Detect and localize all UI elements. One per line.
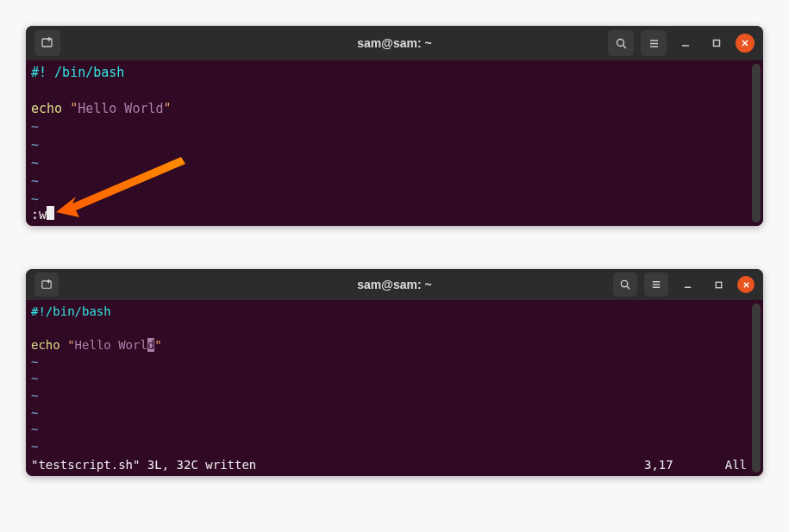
vim-tilde: ~ xyxy=(31,354,747,372)
titlebar: sam@sam: ~ xyxy=(26,26,763,60)
svg-line-4 xyxy=(623,45,626,48)
code-line-empty xyxy=(31,321,747,338)
svg-rect-0 xyxy=(42,39,52,47)
minimize-button[interactable] xyxy=(673,31,698,55)
terminal-window-1: sam@sam: ~ #! /bin/bash echo "Hello Worl… xyxy=(26,26,763,226)
status-file: "testscript.sh" 3L, 32C written xyxy=(31,457,256,474)
vim-status-line: "testscript.sh" 3L, 32C written 3,17 All xyxy=(31,457,747,474)
vim-tilde: ~ xyxy=(31,422,747,439)
new-tab-button[interactable] xyxy=(34,272,59,297)
vim-tilde: ~ xyxy=(31,118,747,136)
maximize-button[interactable] xyxy=(704,31,729,55)
code-line-shebang: #! /bin/bash xyxy=(31,64,747,82)
new-tab-button[interactable] xyxy=(34,30,60,56)
svg-rect-13 xyxy=(41,280,50,287)
svg-rect-22 xyxy=(716,282,721,287)
maximize-button[interactable] xyxy=(706,272,730,297)
svg-rect-9 xyxy=(714,41,720,47)
vim-tilde: ~ xyxy=(31,172,747,191)
vim-tilde: ~ xyxy=(31,371,747,388)
status-position: 3,17 xyxy=(644,457,673,474)
vim-tilde: ~ xyxy=(31,388,747,405)
terminal-body[interactable]: #!/bin/bash echo "Hello World" ~ ~ ~ ~ ~… xyxy=(26,300,763,476)
cursor xyxy=(47,206,54,220)
minimize-button[interactable] xyxy=(675,272,699,297)
vim-command-colon: : xyxy=(31,206,39,224)
vim-command-text: w xyxy=(39,206,47,224)
vim-tilde: ~ xyxy=(31,136,747,154)
vim-tilde: ~ xyxy=(31,439,747,456)
svg-line-17 xyxy=(627,286,629,289)
terminal-content[interactable]: #! /bin/bash echo "Hello World" ~ ~ ~ ~ … xyxy=(26,60,752,226)
terminal-window-2: sam@sam: ~ #!/bin/bash echo "Hello World… xyxy=(26,269,763,476)
status-all: All xyxy=(725,457,747,474)
code-line-echo: echo "Hello World" xyxy=(31,100,747,118)
svg-point-16 xyxy=(621,280,627,286)
menu-button[interactable] xyxy=(644,272,668,297)
code-line-shebang: #!/bin/bash xyxy=(31,304,747,321)
search-button[interactable] xyxy=(608,30,634,56)
search-button[interactable] xyxy=(613,272,637,297)
window-title: sam@sam: ~ xyxy=(357,278,431,291)
terminal-body[interactable]: #! /bin/bash echo "Hello World" ~ ~ ~ ~ … xyxy=(26,60,763,226)
code-line-echo: echo "Hello World" xyxy=(31,337,747,354)
titlebar: sam@sam: ~ xyxy=(26,269,763,300)
vim-tilde: ~ xyxy=(31,405,747,422)
menu-button[interactable] xyxy=(641,30,667,56)
terminal-content[interactable]: #!/bin/bash echo "Hello World" ~ ~ ~ ~ ~… xyxy=(26,300,752,476)
scrollbar[interactable] xyxy=(752,304,761,473)
window-title: sam@sam: ~ xyxy=(357,36,431,50)
vim-command-line[interactable]: :w xyxy=(31,206,747,224)
close-button[interactable] xyxy=(736,34,755,53)
close-button[interactable] xyxy=(737,276,755,293)
scrollbar[interactable] xyxy=(752,64,761,222)
code-line-empty xyxy=(31,82,747,100)
vim-tilde: ~ xyxy=(31,154,747,172)
svg-point-3 xyxy=(617,39,623,46)
